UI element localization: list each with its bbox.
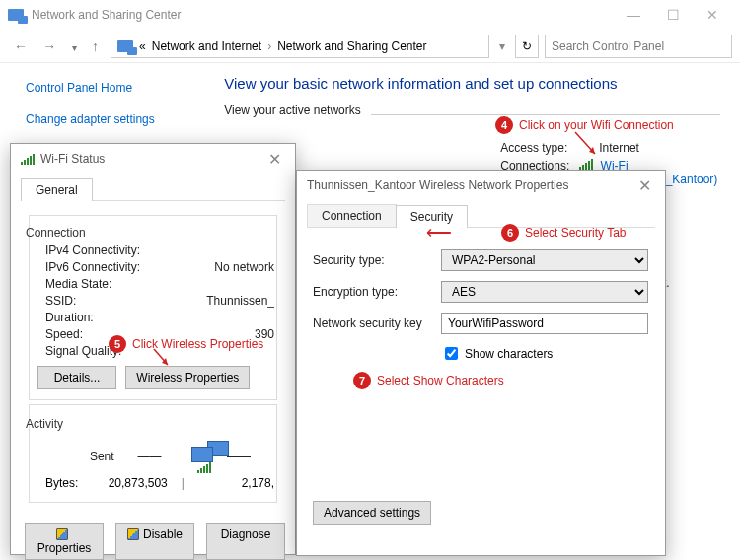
encryption-type-select[interactable]: AES: [441, 281, 648, 303]
chevron-right-icon: ›: [267, 39, 271, 53]
connection-group: Connection IPv4 Connectivity: IPv6 Conne…: [29, 215, 277, 400]
network-key-label: Network security key: [313, 316, 441, 330]
active-networks-label: View your active networks: [224, 104, 361, 117]
wifi-status-title: Wi-Fi Status: [40, 152, 264, 166]
network-key-input[interactable]: [441, 313, 648, 334]
close-button[interactable]: ✕: [264, 150, 285, 169]
wifi-status-dialog: Wi-Fi Status ✕ General Connection IPv4 C…: [10, 143, 296, 555]
maximize-button[interactable]: ☐: [653, 7, 693, 23]
breadcrumb-root[interactable]: «: [139, 39, 146, 53]
breadcrumb[interactable]: « Network and Internet › Network and Sha…: [111, 35, 489, 58]
close-button[interactable]: ✕: [634, 176, 655, 195]
bytes-sent-value: 20,873,503: [91, 476, 167, 490]
minimize-button[interactable]: —: [614, 7, 653, 23]
section-activity: Activity: [26, 417, 274, 431]
ssid-label: SSID:: [45, 294, 164, 308]
main-titlebar: Network and Sharing Center — ☐ ✕: [0, 0, 740, 30]
forward-button[interactable]: →: [42, 38, 56, 54]
network-icon: [8, 9, 24, 21]
media-label: Media State:: [45, 277, 164, 291]
wireless-properties-title: Thunnissen_Kantoor Wireless Network Prop…: [307, 178, 634, 192]
properties-button[interactable]: Properties: [25, 523, 104, 560]
tab-connection[interactable]: Connection: [307, 204, 397, 227]
close-button[interactable]: ✕: [693, 7, 732, 23]
properties-label: Properties: [37, 541, 92, 555]
access-type-value: Internet: [599, 141, 639, 155]
long-dash-icon: ——: [227, 450, 251, 463]
page-heading: View your basic network information and …: [224, 75, 720, 92]
wifi-status-titlebar: Wi-Fi Status ✕: [11, 144, 295, 174]
ipv6-label: IPv6 Connectivity:: [45, 260, 164, 274]
disable-button[interactable]: Disable: [115, 523, 194, 560]
encryption-type-label: Encryption type:: [313, 285, 441, 299]
ssid-value: Thunnissen_: [206, 294, 274, 308]
back-button[interactable]: ←: [14, 38, 28, 54]
wireless-properties-titlebar: Thunnissen_Kantoor Wireless Network Prop…: [297, 171, 665, 200]
window-title: Network and Sharing Center: [32, 8, 614, 22]
security-type-label: Security type:: [313, 253, 441, 267]
wifi-signal-icon: [579, 159, 590, 170]
search-input[interactable]: Search Control Panel: [545, 35, 732, 58]
nav-bar: ← → ▾ ↑ « Network and Internet › Network…: [0, 30, 740, 63]
sidebar-home-link[interactable]: Control Panel Home: [26, 81, 194, 95]
shield-icon: [127, 528, 139, 540]
search-placeholder: Search Control Panel: [552, 39, 664, 53]
wireless-properties-dialog: Thunnissen_Kantoor Wireless Network Prop…: [296, 170, 666, 556]
security-type-select[interactable]: WPA2-Personal: [441, 249, 648, 271]
disable-label: Disable: [143, 527, 183, 541]
show-characters-checkbox[interactable]: [445, 347, 458, 360]
breadcrumb-seg2[interactable]: Network and Sharing Center: [277, 39, 426, 53]
duration-label: Duration:: [45, 311, 164, 324]
speed-value: 390: [255, 327, 274, 341]
ipv6-value: No network: [214, 260, 274, 274]
section-connection: Connection: [26, 226, 274, 240]
tab-security[interactable]: Security: [396, 205, 468, 228]
up-button[interactable]: ↑: [92, 38, 99, 54]
signal-label: Signal Quality:: [45, 344, 164, 358]
refresh-button[interactable]: ↻: [515, 35, 539, 58]
wireless-properties-tabs: Connection Security: [297, 200, 665, 227]
divider: [371, 114, 720, 115]
bytes-recv-value: 2,178,: [198, 476, 274, 490]
bytes-label: Bytes:: [45, 476, 91, 490]
ipv4-label: IPv4 Connectivity:: [45, 244, 164, 257]
activity-group: Activity Sent —— —— Bytes: 20,873,503 | …: [29, 404, 277, 503]
wireless-properties-button[interactable]: Wireless Properties: [125, 366, 250, 389]
wifi-tabs: General: [11, 174, 295, 200]
dropdown-chevron-icon[interactable]: ▾: [495, 39, 509, 53]
network-icon: [117, 40, 133, 52]
shield-icon: [56, 528, 68, 540]
computer-icon: [185, 441, 203, 472]
recent-button[interactable]: ▾: [72, 42, 77, 53]
pipe-sep: |: [168, 476, 198, 490]
sidebar-adapter-link[interactable]: Change adapter settings: [26, 112, 194, 126]
details-button[interactable]: Details...: [37, 366, 116, 389]
diagnose-button[interactable]: Diagnose: [206, 523, 285, 560]
tab-general[interactable]: General: [21, 178, 93, 201]
wifi-signal-icon: [21, 154, 35, 165]
nav-arrows: ← → ▾ ↑: [8, 38, 105, 54]
advanced-settings-button[interactable]: Advanced settings: [313, 501, 431, 525]
access-type-label: Access type:: [500, 141, 567, 155]
show-characters-label: Show characters: [465, 347, 553, 361]
long-dash-icon: ——: [138, 450, 162, 463]
speed-label: Speed:: [45, 327, 164, 341]
sent-label: Sent: [90, 450, 114, 463]
breadcrumb-seg1[interactable]: Network and Internet: [152, 39, 261, 53]
